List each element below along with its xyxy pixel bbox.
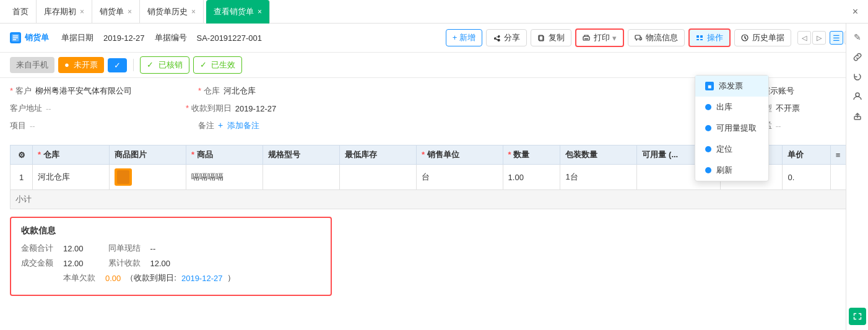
sidebar-expand-icon[interactable] (849, 308, 866, 325)
close-tab-history[interactable]: × (191, 7, 196, 16)
transaction-label: 成交金额 (21, 258, 58, 269)
remark-field: 备注 + 添加备注 (198, 120, 322, 131)
history-button[interactable]: 历史单据 (734, 29, 791, 46)
date-label: 单据日期 (61, 32, 93, 43)
number-label: 单据编号 (155, 32, 187, 43)
tab-sales-history[interactable]: 销货单历史 × (140, 0, 204, 24)
warehouse-value: 河北仓库 (224, 85, 256, 97)
tab-home[interactable]: 首页 (5, 0, 37, 24)
out-warehouse-icon (705, 104, 711, 110)
subtotal-row: 小计 (11, 190, 858, 209)
cancel-button[interactable]: ✓ 已核销 (140, 56, 189, 74)
share-button[interactable]: 分享 (486, 29, 527, 46)
project-label: 项目 (10, 120, 26, 131)
cumulative-value: 12.00 (150, 259, 171, 268)
active-button[interactable]: ✓ 已生效 (193, 56, 242, 74)
add-remark-button[interactable]: + 添加备注 (218, 120, 259, 131)
dropdown-add-invoice[interactable]: ■ 添发票 (695, 76, 768, 97)
doc-header: 销货单 单据日期 2019-12-27 单据编号 SA-20191227-001… (0, 24, 868, 53)
svg-point-10 (640, 40, 641, 41)
customer-label: 客户 (10, 85, 32, 97)
logistics-button[interactable]: 物流信息 (628, 29, 685, 46)
svg-rect-7 (584, 38, 588, 40)
dropdown-locate[interactable]: 定位 (695, 139, 768, 160)
sidebar-link-icon[interactable] (849, 48, 866, 66)
transaction-field: 成交金额 12.00 (21, 258, 84, 269)
total-label: 金额合计 (21, 243, 58, 254)
add-invoice-icon: ■ (705, 82, 714, 90)
col-unit: 销售单位 (417, 145, 503, 165)
address-value: -- (46, 104, 51, 113)
next-button[interactable]: ▷ (812, 31, 826, 45)
remark-label: 备注 (198, 120, 214, 131)
doc-type-icon (10, 32, 21, 43)
date-value: 2019-12-27 (103, 33, 145, 43)
address-field: 客户地址 -- (10, 103, 134, 114)
list-view-button[interactable]: ☰ (830, 31, 843, 45)
available-qty-icon (705, 125, 711, 131)
close-tab-inventory[interactable]: × (80, 7, 84, 16)
tab-inventory-init[interactable]: 库存期初 × (37, 0, 92, 24)
payment-date-value: 2019-12-27 (235, 104, 277, 113)
check-icon: ✓ (147, 60, 154, 69)
close-tab-sales[interactable]: × (128, 7, 132, 16)
col-settings[interactable]: ⚙ (11, 145, 33, 165)
global-close-button[interactable]: × (848, 6, 863, 17)
close-tab-check[interactable]: × (258, 7, 262, 16)
cell-unit: 台 (417, 165, 503, 190)
payment-row-3: 本单欠款 0.00 （收款到期日: 2019-12-27 ） (21, 272, 321, 284)
status-button[interactable]: ● 未开票 (58, 57, 104, 73)
ticket-value: 不开票 (776, 103, 800, 114)
sidebar-edit-icon[interactable]: ✎ (849, 28, 866, 46)
payment-date-label: 收款到期日 (186, 103, 232, 114)
number-value: SA-20191227-001 (197, 33, 263, 43)
separator (133, 59, 134, 71)
tab-sales-order[interactable]: 销货单 × (92, 0, 140, 24)
balance-end: ） (227, 272, 235, 284)
col-spec: 规格型号 (263, 145, 340, 165)
total-field: 金额合计 12.00 (21, 243, 84, 254)
dropdown-out-warehouse[interactable]: 出库 (695, 97, 768, 118)
staff2-value: -- (776, 121, 781, 131)
balance-field: 本单欠款 0.00 （收款到期日: 2019-12-27 ） (63, 272, 235, 284)
col-product-img: 商品图片 (110, 145, 186, 165)
print-button[interactable]: 打印 ▾ (575, 28, 624, 47)
project-value: -- (30, 121, 35, 131)
prev-button[interactable]: ◁ (797, 31, 811, 45)
col-pack-qty: 包装数量 (560, 145, 637, 165)
sidebar-share-icon[interactable] (849, 108, 866, 125)
new-button[interactable]: + 新增 (446, 29, 482, 46)
svg-rect-14 (700, 39, 703, 40)
bottom-section: 收款信息 金额合计 12.00 同单现结 -- 成交金额 12.00 累计收款 (0, 209, 868, 303)
from-phone-button[interactable]: 来自手机 (10, 57, 54, 73)
col-min-stock: 最低库存 (340, 145, 417, 165)
same-order-field: 同单现结 -- (108, 243, 156, 254)
balance-date: 2019-12-27 (181, 274, 223, 283)
toolbar-right: + 新增 分享 复制 打印 ▾ 物流信息 操作 (446, 28, 858, 47)
subtotal-label: 小计 (11, 190, 858, 209)
customer-value: 柳州粤港平安气体有限公司 (35, 85, 132, 97)
cell-pack-qty: 1台 (560, 165, 637, 190)
nav-icons: ◁ ▷ (797, 31, 826, 45)
col-warehouse: 仓库 (33, 145, 110, 165)
sidebar-user-icon[interactable] (849, 88, 866, 105)
confirm-button[interactable]: ✓ (108, 58, 127, 72)
balance-label: 本单欠款 (63, 272, 100, 284)
ops-button[interactable]: 操作 (688, 28, 731, 47)
svg-rect-12 (700, 35, 703, 38)
doc-meta: 单据日期 2019-12-27 单据编号 SA-20191227-001 (61, 32, 446, 43)
project-field: 项目 -- (10, 120, 134, 131)
col-product: 商品 (186, 145, 263, 165)
payment-title: 收款信息 (21, 225, 321, 237)
svg-rect-13 (697, 39, 699, 40)
ops-dropdown: ■ 添发票 出库 可用量提取 定位 刷新 (695, 75, 769, 181)
dropdown-refresh[interactable]: 刷新 (695, 160, 768, 181)
dropdown-available-qty[interactable]: 可用量提取 (695, 118, 768, 139)
right-sidebar: ✎ (846, 24, 868, 330)
sidebar-rotate-icon[interactable] (849, 68, 866, 85)
tab-check-sales[interactable]: 查看销货单 × (206, 0, 270, 24)
balance-value: 0.00 (105, 274, 121, 283)
product-image (115, 168, 132, 186)
copy-button[interactable]: 复制 (531, 29, 571, 46)
warehouse-field: 仓库 河北仓库 (198, 85, 322, 97)
